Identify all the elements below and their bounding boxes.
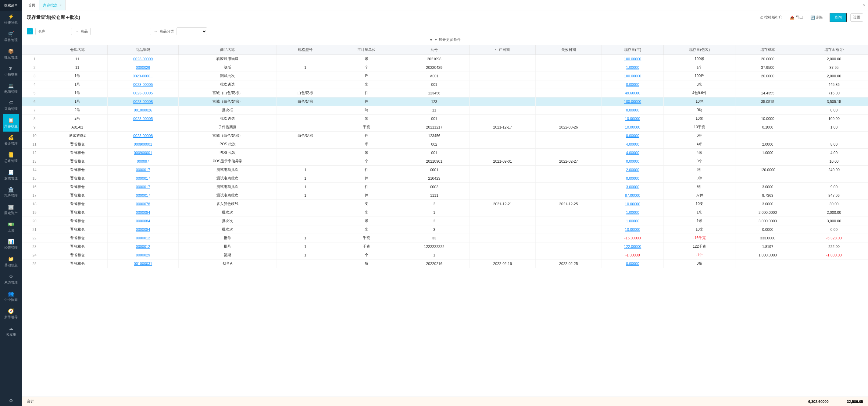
warehouse-filter[interactable] [35,28,72,35]
cell-20-7 [469,225,536,234]
settings-button[interactable]: 设置 [850,13,863,22]
cell-6-11 [735,106,800,114]
sidebar-item-mini-ecom[interactable]: 🛍小额电商 [3,63,19,80]
category-filter[interactable] [177,27,207,35]
table-row[interactable]: 11晋省粮仓000900001POS 批次米0024.000004米2.0000… [22,140,868,149]
cell-14-10: 0件 [664,174,735,183]
tab-首页[interactable]: 首页 [24,0,39,10]
cell-5-5: 件 [334,98,399,106]
sidebar-item-purchase[interactable]: 🏷采购管理 [3,97,19,114]
table-row[interactable]: 15晋省粮仓0000017测试电商批次1件2104230.000000件 [22,174,868,183]
cell-23-7 [469,251,536,260]
sidebar-item-quick-nav[interactable]: ⚡快捷导航 [3,11,19,28]
table-row[interactable]: 18晋省粮仓0000078多头异色软线支22021-12-212021-12-2… [22,200,868,208]
cell-3-2: 0023-00005 [107,80,179,89]
sidebar-item-ecom[interactable]: 💻电商管理 [3,80,19,97]
table-row[interactable]: 24晋省粮仓0000029篓斯1个1-1.00000-1个1,000.0000-… [22,251,868,260]
window-close-icon[interactable]: × [863,3,866,8]
table-row[interactable]: 10测试遴选20023-00008富诚（白色/奶棕）白色/奶棕件1234560.… [22,132,868,140]
sidebar-item-retail[interactable]: 🛒零售管理 [3,28,19,45]
table-row[interactable]: 12晋省粮仓000900001POS 批次米0014.000004米1.0000… [22,149,868,157]
sidebar-item-guide[interactable]: 🧭新手引导 [3,305,19,323]
cell-1-4: 1 [277,63,334,72]
sidebar-item-invoice[interactable]: 🧾发票管理 [3,166,19,184]
cell-20-3: 批次次 [179,225,277,234]
table-row[interactable]: 72号001000026批次框吨110.000000吨0.00 [22,106,868,114]
cell-24-3: 鱿鱼A [179,260,277,268]
cell-14-12 [800,174,868,183]
sidebar-item-collab[interactable]: 👥企业协同 [3,288,19,305]
cell-5-0: 6 [22,98,47,106]
sidebar-item-general[interactable]: 📒总账管理 [3,149,19,166]
table-row[interactable]: 2110000029篓斯1个202204291.000001个37.950037… [22,63,868,72]
sidebar-item-sys[interactable]: ⚙系统管理 [3,270,19,288]
table-row[interactable]: 22晋省粮仓0000012批号1千克33-16.00000-16千克333.00… [22,234,868,242]
cell-4-4: 白色/奶棕 [277,89,334,98]
sidebar-item-tax[interactable]: 🏦税务管理 [3,184,19,201]
tab-库存批次[interactable]: 库存批次× [39,0,66,10]
cell-9-0: 10 [22,132,47,140]
table-row[interactable]: 82号0023-00005批次遴选米00110.0000010米10.00001… [22,114,868,123]
sidebar-logo[interactable]: 搜索菜单 [0,0,22,11]
cell-7-0: 8 [22,114,47,123]
settings-icon[interactable]: ⚙ [0,395,22,406]
sidebar-item-inventory[interactable]: 📋库存核查 [3,114,19,132]
table-row[interactable]: 16晋省粮仓0000017测试电商批次1件00033.000003件3.0000… [22,183,868,191]
cell-22-2: 0000012 [107,242,179,251]
tab-close-icon[interactable]: × [59,3,62,7]
cell-15-7 [469,183,536,191]
sidebar-item-payroll[interactable]: 💵工资 [3,218,19,236]
cell-16-10: 87件 [664,191,735,200]
cell-8-5: 千克 [334,123,399,132]
product-filter[interactable] [90,28,151,35]
cell-3-8 [535,80,601,89]
table-container[interactable]: 仓库名称商品编码商品名称规格型号主计量单位批号生产日期失效日期现存量(主)现存量… [22,45,868,397]
cell-0-0: 1 [22,55,47,63]
cell-13-5: 件 [334,166,399,174]
table-row[interactable]: 14晋省粮仓0000017测试电商批次1件00012.000002件120.00… [22,166,868,174]
table-row[interactable]: 1110023-00009软胶通用物遮米2021098100.00000100米… [22,55,868,63]
cell-2-4 [277,72,334,80]
table-row[interactable]: 23晋省粮仓0000012批号1千克1222222222122.00000122… [22,242,868,251]
cell-17-11: 3.0000 [735,200,800,208]
sidebar-item-fixed-asset[interactable]: 🏢固定资产 [3,201,19,218]
export-button[interactable]: 📤导出 [787,14,806,21]
cell-15-6: 0003 [399,183,469,191]
sidebar-item-ops[interactable]: 📊经营管理 [3,236,19,253]
cell-3-7 [469,80,536,89]
cell-19-5: 米 [334,217,399,225]
cell-0-5: 米 [334,55,399,63]
cell-6-8 [535,106,601,114]
table-row[interactable]: 9A01-01子件借票据千克202112172021-12-172022-03-… [22,123,868,132]
sidebar-icon-tax: 🏦 [8,187,14,193]
cell-7-3: 批次遴选 [179,114,277,123]
cell-10-3: POS 批次 [179,140,277,149]
table-row[interactable]: 31号0023-0000...测试批次斤A001100.00000100斤20.… [22,72,868,80]
expand-arrow[interactable]: › [27,28,33,34]
print-button[interactable]: 🖨按模版打印 [757,14,785,21]
cell-13-2: 0000017 [107,166,179,174]
sidebar-item-basic[interactable]: 📁基础信息 [3,253,19,270]
table-row[interactable]: 61号0023-00008富诚（白色/奶棕）白色/奶棕件123100.00000… [22,98,868,106]
table-row[interactable]: 25晋省粮仓001000031鱿鱼A瓶202202162022-02-16202… [22,260,868,268]
cell-0-10: 100米 [664,55,735,63]
cell-2-3: 测试批次 [179,72,277,80]
sidebar-item-finance[interactable]: 💰资金管理 [3,132,19,149]
table-row[interactable]: 21晋省粮仓0000084批次次米310.0000010米0.00000.00 [22,225,868,234]
sidebar-item-cloud[interactable]: ☁云应用 [3,323,19,340]
refresh-button[interactable]: 🔄刷新 [808,14,826,21]
cell-9-2: 0023-00008 [107,132,179,140]
filter-area: › ··· 商品 ··· 商品分类 ▼ ▼ 展开更多条件 [22,25,868,45]
cell-1-0: 2 [22,63,47,72]
expand-more-btn[interactable]: ▼ ▼ 展开更多条件 [27,37,863,42]
table-row[interactable]: 20晋省粮仓0000084批次次米21.000001米3,000.00003,0… [22,217,868,225]
cell-23-9: -1.00000 [601,251,664,260]
table-row[interactable]: 51号0023-00005富诚（白色/奶棕）白色/奶棕件12345649.600… [22,89,868,98]
table-row[interactable]: 13晋省粮仓000097POS显示率储异常个202109012021-09-01… [22,157,868,166]
table-row[interactable]: 41号0023-00005批次遴选米0010.000000米445.86 [22,80,868,89]
table-row[interactable]: 17晋省粮仓0000017测试电商批次1件111187.0000087件9.73… [22,191,868,200]
query-button[interactable]: 查询 [830,13,847,22]
sidebar-item-wholesale[interactable]: 📦批发管理 [3,45,19,63]
table-row[interactable]: 19晋省粮仓0000084批次次米11.000001米2,000.00002,0… [22,208,868,217]
cell-22-12: 222.00 [800,242,868,251]
